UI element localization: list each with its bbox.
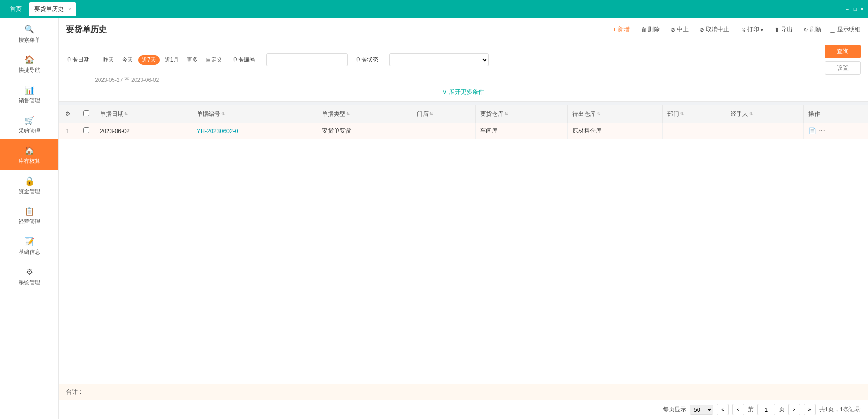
add-button[interactable]: + 新增 [610,24,632,35]
date-opt-7days[interactable]: 近7天 [138,55,160,65]
expand-more-btn[interactable]: ∨ 展开更多条件 [443,88,484,96]
select-all-checkbox[interactable] [83,110,89,116]
date-range-text: 2023-05-27 至 2023-06-02 [95,76,159,84]
row-handler [726,123,804,139]
col-handler-label: 经手人 [731,110,748,118]
display-detail-checkbox[interactable]: 显示明细 [830,25,861,33]
display-detail-input[interactable] [830,27,835,33]
col-operation: 操作 [803,105,868,123]
date-opt-more[interactable]: 更多 [184,55,200,65]
col-doc-no[interactable]: 单据编号 ⇅ [192,105,317,123]
sort-pending-warehouse-icon: ⇅ [597,111,600,116]
col-department-label: 部门 [667,110,679,118]
date-options: 昨天 今天 近7天 近1月 更多 自定义 [100,55,225,65]
next-page-btn[interactable]: › [788,404,800,415]
window-minimize-icon[interactable]: － [844,5,850,13]
sort-doc-type-icon: ⇅ [346,111,350,116]
stop-button[interactable]: ⊘ 中止 [668,24,691,35]
row-select-checkbox[interactable] [83,127,89,133]
per-page-label: 每页显示 [663,405,686,414]
sidebar-item-system[interactable]: ⚙ 系统管理 [0,261,58,291]
table-container: ⚙ 单据日期 ⇅ 单据编号 [59,105,868,384]
delete-icon: 🗑 [641,26,646,33]
col-doc-type[interactable]: 单据类型 ⇅ [317,105,412,123]
doc-date-label: 单据日期 [66,56,93,64]
col-store[interactable]: 门店 ⇅ [412,105,476,123]
sidebar-item-search-menu[interactable]: 🔍 搜索菜单 [0,18,58,48]
sales-icon: 📊 [24,85,34,95]
window-maximize-icon[interactable]: □ [854,6,857,12]
doc-status-select[interactable] [389,53,489,66]
sidebar-item-operations[interactable]: 📋 经营管理 [0,200,58,230]
page-title: 要货单历史 [66,24,107,35]
tab-requisition-history[interactable]: 要货单历史 × [29,2,76,16]
display-detail-label: 显示明细 [837,25,861,33]
doc-no-input[interactable] [266,53,348,66]
col-handler[interactable]: 经手人 ⇅ [726,105,804,123]
col-doc-date[interactable]: 单据日期 ⇅ [95,105,192,123]
delete-button[interactable]: 🗑 删除 [638,24,662,35]
sort-handler-icon: ⇅ [749,111,753,116]
content-area: 要货单历史 + 新增 🗑 删除 ⊘ 中止 ⊘ 取消中止 🖨 [59,18,868,419]
settings-button[interactable]: 设置 [825,61,861,75]
sidebar-item-purchase[interactable]: 🛒 采购管理 [0,109,58,139]
table-header-row: ⚙ 单据日期 ⇅ 单据编号 [59,105,868,123]
date-opt-1month[interactable]: 近1月 [162,55,182,65]
chevron-down-icon: ∨ [443,89,447,95]
query-button[interactable]: 查询 [825,45,861,58]
col-pending-warehouse[interactable]: 待出仓库 ⇅ [567,105,663,123]
sidebar-item-basic-label: 基础信息 [19,248,40,256]
window-close-icon[interactable]: × [860,6,863,12]
inventory-icon: 🏠 [24,146,34,156]
toolbar: + 新增 🗑 删除 ⊘ 中止 ⊘ 取消中止 🖨 打印 ▾ [610,24,861,35]
cancel-stop-button[interactable]: ⊘ 取消中止 [697,24,732,35]
total-info: 共1页，1条记录 [819,405,861,414]
sidebar-item-system-label: 系统管理 [19,279,40,286]
tab-close-icon[interactable]: × [68,6,71,12]
last-page-btn[interactable]: » [804,404,816,415]
col-doc-date-label: 单据日期 [100,110,123,118]
sidebar-item-sales[interactable]: 📊 销售管理 [0,79,58,109]
data-table: ⚙ 单据日期 ⇅ 单据编号 [59,105,868,139]
row-index: 1 [59,123,77,139]
refresh-button[interactable]: ↻ 刷新 [801,24,824,35]
refresh-label: 刷新 [810,25,821,33]
col-department[interactable]: 部门 ⇅ [663,105,726,123]
sidebar-item-operations-label: 经营管理 [19,218,40,226]
page-unit: 页 [779,405,785,414]
col-doc-no-label: 单据编号 [197,110,220,118]
doc-no-link[interactable]: YH-20230602-0 [197,128,238,134]
date-opt-custom[interactable]: 自定义 [203,55,225,65]
stop-label: 中止 [677,25,689,33]
more-icon[interactable]: ⋯ [819,127,825,134]
sidebar-item-basic-info[interactable]: 📝 基础信息 [0,230,58,261]
col-settings[interactable]: ⚙ [59,105,77,123]
date-opt-today[interactable]: 今天 [119,55,136,65]
print-arrow-icon: ▾ [760,26,764,33]
page-number-input[interactable] [757,404,775,415]
sort-req-warehouse-icon: ⇅ [505,111,508,116]
finance-icon: 🔒 [24,176,34,186]
export-button[interactable]: ⬆ 导出 [772,24,795,35]
per-page-select[interactable]: 10 20 50 100 [690,405,713,415]
print-label: 打印 [747,25,759,33]
first-page-btn[interactable]: « [717,404,729,415]
tab-home[interactable]: 首页 [5,2,27,16]
delete-label: 删除 [648,25,660,33]
sidebar-item-finance[interactable]: 🔒 资金管理 [0,170,58,200]
row-doc-no[interactable]: YH-20230602-0 [192,123,317,139]
date-opt-yesterday[interactable]: 昨天 [100,55,117,65]
prev-page-btn[interactable]: ‹ [732,404,744,415]
purchase-icon: 🛒 [24,115,34,125]
pagination-bar: 每页显示 10 20 50 100 « ‹ 第 页 › » 共1页，1条记录 [59,400,868,419]
top-bar-right: － □ × [844,5,863,13]
view-icon[interactable]: 📄 [808,127,816,134]
sidebar-item-quick-nav[interactable]: 🏠 快捷导航 [0,48,58,79]
sidebar-item-inventory[interactable]: 🏠 库存核算 [0,139,58,170]
col-req-warehouse[interactable]: 要货仓库 ⇅ [476,105,567,123]
page-label: 第 [748,405,754,414]
tab-requisition-label: 要货单历史 [34,5,64,13]
sidebar-item-inventory-label: 库存核算 [19,157,40,165]
row-checkbox[interactable] [77,123,95,139]
print-button[interactable]: 🖨 打印 ▾ [737,24,766,35]
